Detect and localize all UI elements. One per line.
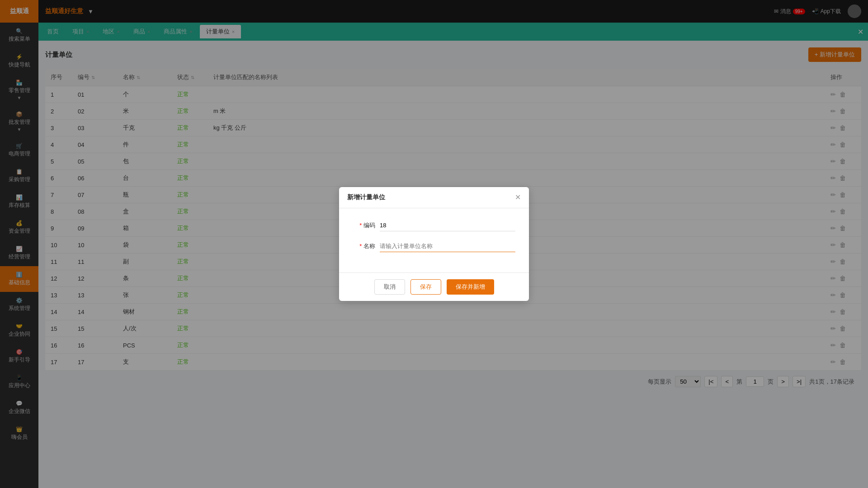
modal-footer: 取消 保存 保存并新增: [339, 272, 529, 301]
name-label: 名称: [353, 242, 375, 250]
modal-body: 编码 名称: [339, 208, 529, 272]
add-unit-modal: 新增计量单位 ✕ 编码 名称 取消 保存 保存并新增: [339, 187, 529, 301]
form-row-code: 编码: [353, 220, 515, 231]
modal-title: 新增计量单位: [347, 193, 385, 202]
cancel-button[interactable]: 取消: [374, 279, 405, 295]
form-row-name: 名称: [353, 240, 515, 252]
modal-close-button[interactable]: ✕: [515, 194, 521, 201]
modal-header: 新增计量单位 ✕: [339, 187, 529, 208]
modal-overlay[interactable]: 新增计量单位 ✕ 编码 名称 取消 保存 保存并新增: [0, 0, 868, 488]
name-input[interactable]: [380, 240, 515, 252]
save-and-new-button[interactable]: 保存并新增: [447, 279, 494, 295]
code-label: 编码: [353, 221, 375, 230]
save-button[interactable]: 保存: [410, 279, 441, 295]
code-input[interactable]: [380, 220, 515, 231]
